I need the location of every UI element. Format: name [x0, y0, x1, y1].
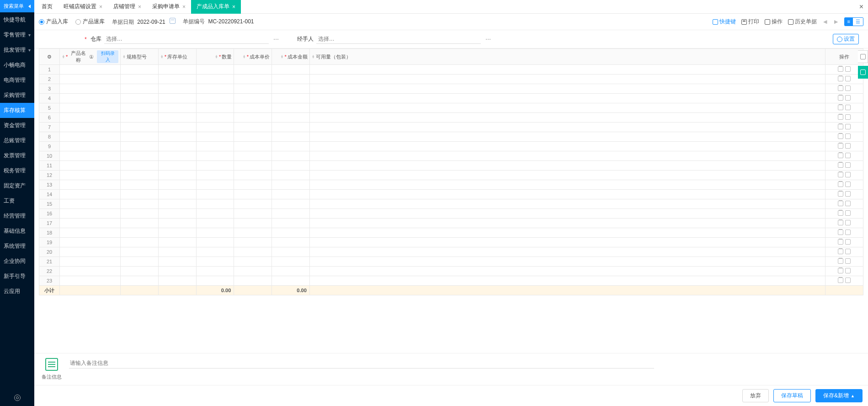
sidebar-item-12[interactable]: 工资 — [0, 193, 34, 208]
delete-row-icon[interactable] — [838, 85, 843, 91]
next-doc-icon[interactable]: ▶ — [833, 19, 839, 25]
col-product[interactable]: ▲▼*产品名称① 扫码录入 — [60, 49, 121, 65]
table-row[interactable]: 8 — [39, 132, 863, 142]
sidebar-item-7[interactable]: 资金管理 — [0, 118, 34, 133]
tab-3[interactable]: 采购申请单× — [147, 0, 191, 14]
sidebar-item-14[interactable]: 基础信息 — [0, 224, 34, 239]
copy-row-icon[interactable] — [845, 230, 851, 235]
close-icon[interactable]: × — [99, 4, 102, 10]
delete-row-icon[interactable] — [838, 66, 843, 72]
more-icon[interactable]: ⋯ — [485, 36, 491, 43]
copy-row-icon[interactable] — [845, 95, 851, 101]
delete-row-icon[interactable] — [838, 95, 843, 101]
delete-row-icon[interactable] — [838, 114, 843, 120]
delete-row-icon[interactable] — [838, 230, 843, 235]
delete-row-icon[interactable] — [838, 268, 843, 273]
radio-product-out[interactable]: 产品退库 — [75, 18, 105, 26]
table-row[interactable]: 14 — [39, 190, 863, 199]
close-icon[interactable]: × — [138, 4, 141, 10]
sidebar-item-5[interactable]: 采购管理 — [0, 88, 34, 103]
table-row[interactable]: 23 — [39, 276, 863, 286]
delete-row-icon[interactable] — [838, 239, 843, 245]
copy-row-icon[interactable] — [845, 172, 851, 177]
table-row[interactable]: 3 — [39, 84, 863, 94]
copy-row-icon[interactable] — [845, 114, 851, 120]
col-settings[interactable]: ⚙ — [39, 49, 60, 65]
save-draft-button[interactable]: 保存草稿 — [773, 389, 811, 402]
table-row[interactable]: 22 — [39, 267, 863, 276]
table-row[interactable]: 9 — [39, 142, 863, 151]
sidebar-item-1[interactable]: 零售管理▾ — [0, 27, 34, 43]
copy-row-icon[interactable] — [845, 268, 851, 273]
radio-product-in[interactable]: 产品入库 — [39, 18, 68, 26]
table-row[interactable]: 1 — [39, 65, 863, 75]
delete-row-icon[interactable] — [838, 249, 843, 254]
copy-row-icon[interactable] — [845, 124, 851, 129]
table-row[interactable]: 6 — [39, 113, 863, 123]
copy-row-icon[interactable] — [845, 182, 851, 187]
view-detail-icon[interactable]: ☰ — [853, 18, 863, 26]
rail-doc-button[interactable] — [858, 50, 868, 63]
tab-0[interactable]: 首页 — [36, 0, 58, 14]
table-row[interactable]: 12 — [39, 171, 863, 180]
tab-1[interactable]: 旺铺店铺设置× — [58, 0, 108, 14]
delete-row-icon[interactable] — [838, 162, 843, 168]
delete-row-icon[interactable] — [838, 220, 843, 225]
delete-row-icon[interactable] — [838, 124, 843, 129]
table-row[interactable]: 2 — [39, 75, 863, 84]
copy-row-icon[interactable] — [845, 85, 851, 91]
col-spec[interactable]: ▲▼规格型号 — [121, 49, 159, 65]
copy-row-icon[interactable] — [845, 66, 851, 72]
warehouse-select[interactable] — [104, 34, 269, 44]
sidebar-item-18[interactable]: 云应用 — [0, 284, 34, 299]
sidebar-item-8[interactable]: 总账管理 — [0, 133, 34, 148]
table-row[interactable]: 13 — [39, 180, 863, 190]
sidebar-item-0[interactable]: 快捷导航 — [0, 12, 34, 27]
col-amount[interactable]: ▲▼*成本金额 — [272, 49, 310, 65]
col-qty[interactable]: ▲▼*数量 — [196, 49, 234, 65]
delete-row-icon[interactable] — [838, 191, 843, 197]
sidebar-item-16[interactable]: 企业协同 — [0, 254, 34, 269]
sidebar-item-2[interactable]: 批发管理▾ — [0, 43, 34, 58]
date-value[interactable]: 2022-09-21 — [137, 19, 165, 25]
copy-row-icon[interactable] — [845, 278, 851, 283]
copy-row-icon[interactable] — [845, 249, 851, 254]
scan-badge[interactable]: 扫码录入 — [97, 50, 118, 63]
table-row[interactable]: 19 — [39, 238, 863, 247]
copy-row-icon[interactable] — [845, 210, 851, 216]
delete-row-icon[interactable] — [838, 278, 843, 283]
sidebar-search[interactable]: 搜索菜单 — [0, 0, 34, 12]
sidebar-item-9[interactable]: 发票管理 — [0, 148, 34, 163]
delete-row-icon[interactable] — [838, 258, 843, 264]
delete-row-icon[interactable] — [838, 210, 843, 216]
sidebar-item-17[interactable]: 新手引导 — [0, 269, 34, 284]
copy-row-icon[interactable] — [845, 220, 851, 225]
col-price[interactable]: ▲▼*成本单价 — [234, 49, 272, 65]
table-row[interactable]: 5 — [39, 103, 863, 113]
tab-4[interactable]: 产成品入库单× — [191, 0, 241, 14]
copy-row-icon[interactable] — [845, 76, 851, 81]
table-row[interactable]: 20 — [39, 247, 863, 257]
handler-select[interactable] — [316, 34, 481, 44]
sidebar-item-13[interactable]: 经营管理 — [0, 208, 34, 224]
hotkey-button[interactable]: 快捷键 — [713, 18, 736, 26]
print-button[interactable]: 打印 — [741, 18, 759, 26]
close-icon[interactable]: × — [182, 4, 186, 10]
rail-active-button[interactable] — [858, 66, 868, 79]
col-unit[interactable]: ▲▼*库存单位 — [158, 49, 196, 65]
table-row[interactable]: 17 — [39, 219, 863, 228]
delete-row-icon[interactable] — [838, 201, 843, 206]
delete-row-icon[interactable] — [838, 105, 843, 110]
close-all-button[interactable]: × — [855, 3, 868, 11]
copy-row-icon[interactable] — [845, 153, 851, 158]
history-button[interactable]: 历史单据 — [788, 18, 817, 26]
copy-row-icon[interactable] — [845, 191, 851, 197]
delete-row-icon[interactable] — [838, 134, 843, 139]
delete-row-icon[interactable] — [838, 153, 843, 158]
delete-row-icon[interactable] — [838, 182, 843, 187]
delete-row-icon[interactable] — [838, 76, 843, 81]
operate-button[interactable]: 操作 — [765, 18, 783, 26]
copy-row-icon[interactable] — [845, 258, 851, 264]
delete-row-icon[interactable] — [838, 172, 843, 177]
table-row[interactable]: 18 — [39, 228, 863, 238]
